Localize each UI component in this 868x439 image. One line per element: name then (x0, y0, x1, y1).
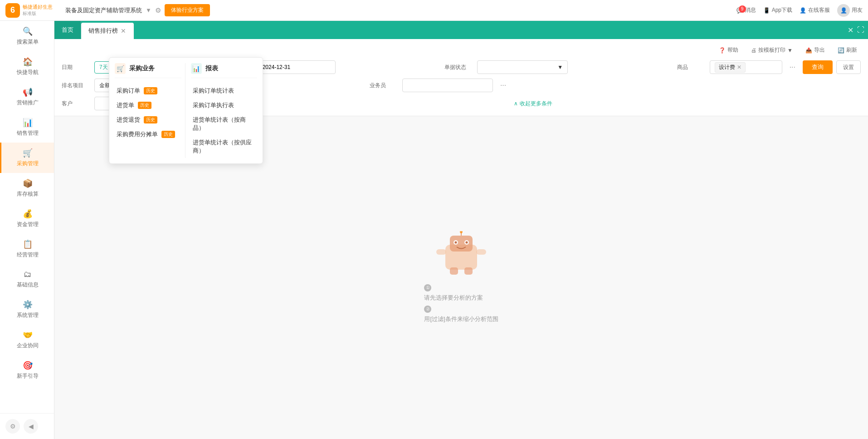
enterprise-icon: 🤝 (23, 330, 33, 340)
logo-area: 6 畅捷通好生意 标准版 (5, 3, 60, 18)
sidebar-item-search[interactable]: 🔍 搜索菜单 (0, 21, 54, 51)
export-label: 导出 (814, 46, 825, 54)
app-download-btn[interactable]: 📱 App下载 (763, 6, 792, 14)
print-dropdown-icon[interactable]: ▼ (787, 47, 793, 54)
sidebar-label-enterprise: 企业协同 (17, 342, 39, 350)
svg-rect-9 (476, 249, 486, 255)
msg-count: 9 (739, 5, 746, 13)
tab-close-all-icon[interactable]: ✕ (848, 26, 853, 35)
dropdown-item-receipt-supplier[interactable]: 进货单统计表（按供应商） (191, 135, 258, 158)
sidebar-item-enterprise[interactable]: 🤝 企业协同 (0, 325, 54, 355)
help-icon: ❓ (719, 47, 726, 54)
sidebar-item-system[interactable]: ⚙️ 系统管理 (0, 294, 54, 325)
goods-label: 商品 (677, 64, 704, 71)
sidebar-label-system: 系统管理 (17, 311, 39, 319)
sidebar-item-marketing[interactable]: 📢 营销推广 (0, 82, 54, 112)
svg-point-4 (454, 241, 457, 243)
help-label: 帮助 (727, 46, 738, 54)
msg-btn[interactable]: 💬 9 消息 (736, 6, 756, 14)
search-icon: 🔍 (23, 26, 33, 36)
collapse-btn[interactable]: ∧ 收起更多条件 (514, 100, 552, 108)
empty-robot-svg (434, 231, 488, 276)
sidebar-item-sales[interactable]: 📊 销售管理 (0, 112, 54, 143)
msg-badge: 💬 9 (736, 7, 743, 14)
refresh-btn[interactable]: 🔄 刷新 (834, 44, 861, 56)
purchase-col-title: 🛒 采购业务 (115, 63, 181, 78)
empty-hint-2: ② 用[过滤]条件来缩小分析范围 (424, 303, 498, 325)
sidebar-item-basic[interactable]: 🗂 基础信息 (0, 264, 54, 294)
home-icon: 🏠 (23, 57, 33, 67)
print-label: 按模板打印 (758, 46, 785, 54)
sidebar-footer: ⚙ ◀ (0, 413, 54, 439)
goods-tag: 设计费 ✕ (715, 62, 746, 73)
sidebar-item-finance[interactable]: 💰 资金管理 (0, 203, 54, 234)
operation-icon: 📋 (23, 239, 33, 249)
purchase-col-icon: 🛒 (115, 63, 126, 74)
tab-close-icon[interactable]: ✕ (121, 27, 126, 35)
service-label: 在线客服 (808, 6, 830, 14)
guide-icon: 🎯 (23, 360, 33, 370)
empty-hint-1: ① 请先选择要分析的方案 (424, 282, 498, 303)
sidebar-settings-btn[interactable]: ⚙ (5, 419, 20, 434)
dropdown-item-po-stat[interactable]: 采购订单统计表 (191, 84, 258, 98)
settings-button[interactable]: 设置 (836, 60, 861, 74)
dropdown-item-po-exec[interactable]: 采购订单执行表 (191, 98, 258, 113)
sidebar-collapse-btn[interactable]: ◀ (24, 419, 38, 434)
tab-maximize-icon[interactable]: ⛶ (857, 26, 864, 35)
tab-sales-rank[interactable]: 销售排行榜 ✕ (81, 23, 134, 39)
sidebar-item-inventory[interactable]: 📦 库存核算 (0, 173, 54, 203)
tab-content: 🛒 采购业务 采购订单 历史 进货单 历史 进货退货 历史 (54, 39, 868, 439)
dropdown-item-expense[interactable]: 采购费用分摊单 历史 (115, 127, 181, 142)
doc-status-select[interactable]: ▼ (477, 60, 568, 74)
export-btn[interactable]: 📤 导出 (802, 44, 829, 56)
goods-more-btn[interactable]: ··· (788, 63, 797, 71)
hist-badge-receipt: 历史 (138, 102, 151, 109)
date-end-input[interactable] (258, 60, 336, 74)
dropdown-item-po[interactable]: 采购订单 历史 (115, 84, 181, 98)
goods-select[interactable]: 设计费 ✕ (710, 60, 782, 74)
sidebar-item-purchase[interactable]: 🛒 采购管理 (0, 143, 54, 173)
print-btn[interactable]: 🖨 按模板打印 ▼ (747, 44, 796, 56)
sidebar-label-operation: 经营管理 (17, 251, 39, 259)
industry-btn[interactable]: 体验行业方案 (165, 4, 210, 16)
goods-tag-close[interactable]: ✕ (737, 64, 741, 70)
sidebar-label-inventory: 库存核算 (17, 190, 39, 198)
dropdown-item-receipt[interactable]: 进货单 历史 (115, 98, 181, 113)
dropdown-item-expense-label: 采购费用分摊单 (117, 130, 158, 138)
svg-point-7 (460, 231, 463, 233)
purchase-col-title-text: 采购业务 (129, 64, 155, 73)
help-btn[interactable]: ❓ 帮助 (715, 44, 742, 56)
dropdown-item-receipt-stat[interactable]: 进货单统计表（按商品） (191, 113, 258, 135)
empty-state: ① 请先选择要分析的方案 ② 用[过滤]条件来缩小分析范围 (424, 231, 498, 325)
sidebar-item-quick[interactable]: 🏠 快捷导航 (0, 51, 54, 82)
system-gear-icon[interactable]: ⚙ (155, 6, 161, 15)
query-button[interactable]: 查询 (803, 60, 833, 74)
dropdown-item-receipt-stat-label: 进货单统计表（按商品） (193, 116, 256, 132)
sidebar-label-purchase: 采购管理 (17, 160, 39, 168)
dropdown-item-return-label: 进货退货 (117, 116, 140, 124)
print-icon: 🖨 (751, 47, 756, 54)
tab-sales-rank-label: 销售排行榜 (88, 27, 118, 35)
dropdown-item-po-label: 采购订单 (117, 87, 140, 95)
hist-badge-expense: 历史 (161, 131, 175, 138)
staff-more-btn[interactable]: ··· (498, 81, 508, 89)
logo-icon: 6 (5, 3, 20, 18)
report-col-title: 📊 报表 (191, 63, 258, 78)
tab-home[interactable]: 首页 (54, 21, 81, 39)
header-right: 💬 9 消息 📱 App下载 👤 在线客服 👤 用友 (736, 4, 863, 17)
dropdown-item-return[interactable]: 进货退货 历史 (115, 113, 181, 127)
dropdown-item-po-stat-label: 采购订单统计表 (193, 87, 234, 95)
date-label: 日期 (62, 64, 89, 71)
user-btn[interactable]: 👤 用友 (837, 4, 863, 17)
staff-select[interactable] (402, 79, 493, 92)
service-btn[interactable]: 👤 在线客服 (800, 6, 830, 14)
report-col-title-text: 报表 (205, 64, 218, 73)
phone-icon: 📱 (763, 7, 770, 14)
hist-badge-return: 历史 (144, 116, 157, 123)
dropdown-item-receipt-label: 进货单 (117, 101, 134, 109)
svg-point-5 (465, 241, 468, 243)
sidebar-item-operation[interactable]: 📋 经营管理 (0, 234, 54, 264)
system-dropdown-icon[interactable]: ▼ (146, 7, 151, 14)
empty-text: ① 请先选择要分析的方案 ② 用[过滤]条件来缩小分析范围 (424, 282, 498, 325)
sidebar-item-guide[interactable]: 🎯 新手引导 (0, 355, 54, 385)
